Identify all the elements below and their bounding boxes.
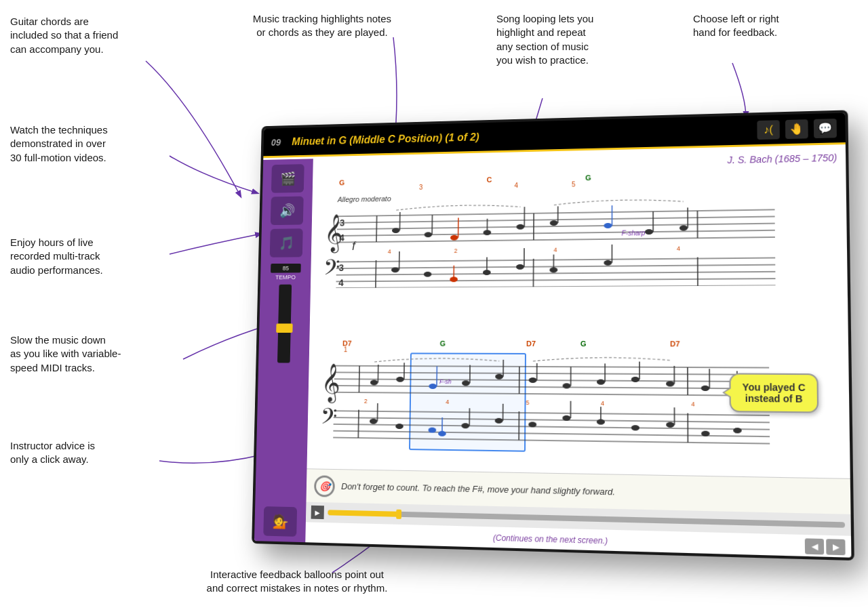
slow-line3: speed MIDI tracks. — [10, 362, 95, 373]
svg-text:4: 4 — [677, 245, 680, 251]
instructor-button[interactable]: 💁 — [263, 506, 297, 537]
svg-line-32 — [336, 285, 775, 288]
chord-g2: G — [585, 173, 591, 182]
toolbar-icons: ♪( 🤚 💬 — [757, 118, 837, 139]
svg-point-24 — [645, 229, 653, 234]
song-line3: any section of music — [496, 41, 589, 52]
annotation-tracking: Music tracking highlights notes or chord… — [231, 12, 414, 40]
svg-text:2: 2 — [454, 247, 458, 254]
svg-point-78 — [563, 383, 571, 388]
slow-line1: Slow the music down — [10, 334, 106, 346]
svg-text:𝄞: 𝄞 — [324, 213, 344, 254]
chat-icon[interactable]: 💬 — [814, 118, 837, 138]
enjoy-line1: Enjoy hours of live — [10, 237, 94, 248]
svg-line-3 — [337, 230, 775, 236]
guitar-line1: Guitar chords are — [10, 16, 89, 27]
tracking-line2: or chords as they are played. — [256, 26, 387, 38]
music-area: J. S. Bach (1685 – 1750) G C G 3 4 5 All… — [306, 146, 850, 514]
svg-point-69 — [429, 384, 437, 389]
svg-point-38 — [424, 272, 432, 277]
svg-point-112 — [666, 422, 674, 428]
tracking-line1: Music tracking highlights notes — [253, 13, 391, 24]
progress-fill — [328, 510, 401, 517]
feedback-line1: You played C — [743, 382, 806, 393]
svg-text:F-sh: F-sh — [439, 378, 452, 385]
staff-svg-row1: 3 4 f 𝄞 — [318, 196, 775, 288]
svg-line-49 — [376, 216, 377, 242]
chord-row2: D7 G D7 G D7 — [330, 340, 776, 340]
tempo-slider-track[interactable] — [277, 285, 292, 363]
annotation-interactive: Interactive feedback balloons point out … — [168, 568, 426, 596]
song-line4: you wish to practice. — [496, 54, 589, 66]
tempo-label: TEMPO — [275, 274, 296, 281]
svg-text:4: 4 — [553, 246, 557, 253]
svg-point-115 — [733, 428, 742, 433]
svg-point-19 — [550, 220, 558, 226]
tempo-section: 85 TEMPO — [269, 264, 301, 366]
svg-text:𝄢: 𝄢 — [320, 404, 337, 434]
svg-text:F-sharp: F-sharp — [622, 229, 646, 237]
music-button[interactable]: 🎵 — [270, 228, 303, 258]
chord-g1: G — [339, 179, 344, 187]
svg-point-96 — [370, 419, 378, 424]
svg-point-72 — [462, 380, 470, 386]
nav-arrows: ◀ ▶ — [805, 538, 846, 555]
svg-point-111 — [631, 425, 639, 430]
annotation-slow: Slow the music down as you like with var… — [10, 333, 203, 375]
audio-button[interactable]: 🔊 — [271, 197, 304, 226]
svg-line-0 — [337, 209, 774, 216]
svg-point-82 — [631, 377, 639, 382]
svg-point-26 — [679, 225, 688, 230]
watch-line1: Watch the techniques — [10, 124, 108, 136]
svg-text:𝄢: 𝄢 — [323, 255, 340, 285]
choose-line2: hand for feedback. — [693, 26, 777, 38]
svg-text:4: 4 — [388, 248, 391, 255]
prev-button[interactable]: ◀ — [805, 538, 824, 554]
guitar-line3: can accompany you. — [10, 43, 104, 55]
svg-text:5: 5 — [526, 399, 529, 406]
svg-point-104 — [495, 418, 503, 424]
svg-line-60 — [334, 372, 769, 374]
music-staff-row2: D7 G D7 G D7 1 — [315, 338, 842, 480]
svg-line-28 — [336, 258, 775, 262]
video-button[interactable]: 🎬 — [271, 164, 304, 193]
feedback-balloon: You played C instead of B — [730, 373, 818, 413]
svg-line-4 — [337, 237, 775, 243]
progress-thumb[interactable] — [396, 510, 401, 519]
balloon-tail-inner — [725, 388, 733, 398]
tip-text: Don't forget to count. To reach the F#, … — [341, 481, 615, 497]
svg-line-90 — [334, 411, 770, 415]
tip-icon: 🎯 — [314, 475, 335, 497]
next-button[interactable]: ▶ — [826, 539, 846, 555]
svg-line-91 — [334, 417, 770, 422]
svg-line-116 — [359, 366, 359, 392]
tempo-slider-thumb[interactable] — [276, 323, 292, 333]
track-number: 09 — [271, 137, 281, 147]
annotation-enjoy: Enjoy hours of live recorded multi-track… — [10, 236, 193, 277]
svg-point-65 — [370, 380, 378, 386]
choose-line1: Choose left or right — [693, 13, 779, 24]
staff-svg-row2: 𝄞 F-sh — [315, 352, 770, 466]
progress-track[interactable] — [328, 510, 845, 528]
tempo-value: 85 — [271, 264, 301, 273]
annotation-instructor: Instructor advice is only a click away. — [10, 439, 183, 467]
svg-text:2: 2 — [364, 398, 368, 405]
instructor-line2: only a click away. — [10, 453, 89, 465]
interactive-line1: Interactive feedback balloons point out — [210, 569, 384, 580]
watch-line3: 30 full-motion videos. — [10, 152, 106, 163]
svg-line-117 — [358, 410, 359, 438]
watch-line2: demonstrated in over — [10, 138, 106, 149]
play-button[interactable]: ▶ — [311, 506, 324, 519]
svg-point-102 — [461, 423, 469, 428]
svg-text:𝄞: 𝄞 — [321, 363, 340, 404]
svg-line-31 — [336, 279, 776, 281]
music-listen-icon[interactable]: ♪( — [757, 120, 780, 140]
song-line1: Song looping lets you — [496, 13, 593, 24]
svg-point-22 — [604, 223, 612, 228]
music-staff-row1: G C G 3 4 5 Allegro moderato — [317, 167, 840, 334]
hand-icon[interactable]: 🤚 — [785, 119, 808, 139]
annotation-choose: Choose left or right hand for feedback. — [693, 12, 856, 40]
annotation-song: Song looping lets you highlight and repe… — [496, 12, 671, 67]
svg-point-98 — [395, 424, 403, 429]
svg-point-67 — [396, 377, 404, 382]
